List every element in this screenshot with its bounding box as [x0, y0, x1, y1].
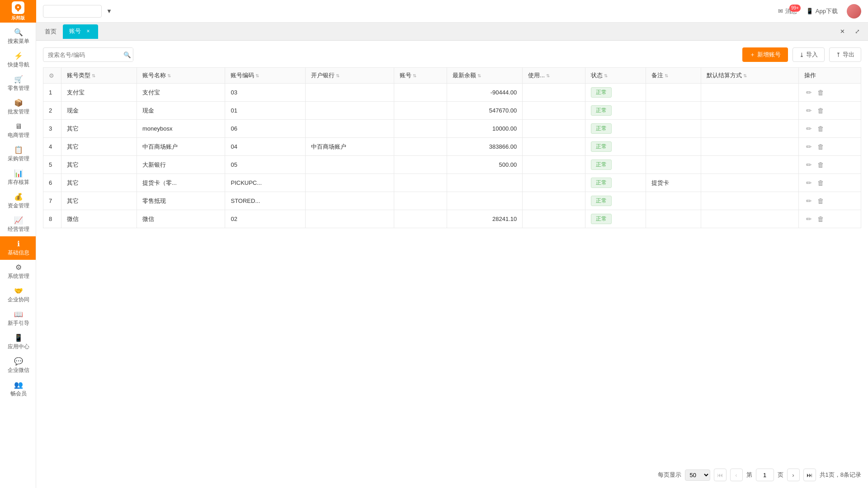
sidebar-item-basic[interactable]: ℹ 基础信息	[0, 236, 36, 260]
edit-btn[interactable]: ✏	[804, 178, 814, 188]
account-search-input[interactable]	[43, 49, 121, 61]
import-button[interactable]: ⤓ 导入	[793, 47, 825, 62]
col-name[interactable]: 账号名称⇅	[137, 68, 225, 84]
sidebar-item-wechat[interactable]: 💬 企业微信	[0, 354, 36, 377]
tab-account[interactable]: 账号 ×	[63, 24, 98, 39]
delete-btn[interactable]: 🗑	[816, 106, 826, 115]
col-usage[interactable]: 使用...⇅	[523, 68, 585, 84]
page-next-btn[interactable]: ›	[787, 469, 800, 481]
cell-action: ✏ 🗑	[799, 102, 861, 120]
cell-account	[394, 120, 447, 138]
delete-btn[interactable]: 🗑	[816, 142, 826, 151]
col-balance[interactable]: 最新余额⇅	[447, 68, 523, 84]
edit-btn[interactable]: ✏	[804, 88, 814, 98]
cell-status: 正常	[585, 138, 646, 156]
sidebar-item-agreement[interactable]: 🤝 企业协同	[0, 283, 36, 307]
page-total-label: 共1页，8条记录	[820, 471, 861, 479]
tab-home[interactable]: 首页	[38, 24, 63, 39]
tab-account-label: 账号	[69, 27, 81, 35]
edit-btn[interactable]: ✏	[804, 124, 814, 134]
message-action[interactable]: ✉ 消息 99+	[778, 7, 797, 15]
page-input[interactable]	[756, 469, 774, 481]
table-row: 8 微信 微信 02 28241.10 正常 ✏ 🗑	[43, 210, 861, 228]
sidebar-item-member[interactable]: 👥 畅会员	[0, 377, 36, 401]
sidebar-item-finance-label: 资金管理	[8, 202, 29, 210]
delete-btn[interactable]: 🗑	[816, 178, 826, 188]
cell-action: ✏ 🗑	[799, 84, 861, 102]
col-remark[interactable]: 备注⇅	[646, 68, 701, 84]
cell-action: ✏ 🗑	[799, 156, 861, 174]
edit-btn[interactable]: ✏	[804, 160, 814, 170]
table-row: 3 其它 moneybosx 06 10000.00 正常 ✏ 🗑	[43, 120, 861, 138]
col-account[interactable]: 账号⇅	[394, 68, 447, 84]
export-button[interactable]: ⤒ 导出	[829, 47, 861, 62]
page-first-btn[interactable]: ⏮	[714, 469, 726, 481]
delete-btn[interactable]: 🗑	[816, 88, 826, 97]
page-last-btn[interactable]: ⏭	[803, 469, 816, 481]
sidebar-item-guide[interactable]: 📖 新手引导	[0, 307, 36, 330]
sidebar-item-search-label: 搜索菜单	[8, 38, 29, 45]
cell-status: 正常	[585, 174, 646, 192]
per-page-select[interactable]: 50 20 100	[685, 469, 710, 481]
delete-btn[interactable]: 🗑	[816, 160, 826, 169]
sidebar-item-shortcut[interactable]: ⚡ 快捷导航	[0, 48, 36, 72]
sidebar-item-inventory[interactable]: 📊 库存核算	[0, 166, 36, 189]
pagination: 每页显示 50 20 100 ⏮ ‹ 第 页 › ⏭ 共1页，8条记录	[43, 463, 861, 481]
sidebar-item-wechat-label: 企业微信	[8, 366, 29, 374]
col-status[interactable]: 状态⇅	[585, 68, 646, 84]
col-settlement[interactable]: 默认结算方式⇅	[701, 68, 798, 84]
table-row: 5 其它 大新银行 05 500.00 正常 ✏ 🗑	[43, 156, 861, 174]
top-search-input[interactable]	[43, 5, 102, 18]
search-button[interactable]: 🔍	[121, 48, 133, 61]
col-type[interactable]: 账号类型⇅	[61, 68, 137, 84]
sidebar-item-inventory-label: 库存核算	[8, 178, 29, 186]
col-code[interactable]: 账号编码⇅	[225, 68, 306, 84]
delete-btn[interactable]: 🗑	[816, 214, 826, 224]
sidebar-item-search[interactable]: 🔍 搜索菜单	[0, 25, 36, 48]
purchase-icon: 📋	[14, 145, 23, 154]
cell-usage	[523, 192, 585, 210]
app-download-action[interactable]: 📱 App下载	[806, 7, 838, 15]
tab-account-close[interactable]: ×	[85, 28, 92, 35]
col-settings[interactable]: ⚙	[43, 68, 61, 84]
sidebar-item-app-center[interactable]: 📱 应用中心	[0, 330, 36, 354]
add-account-label: 新增账号	[757, 51, 781, 59]
cell-settlement	[701, 192, 798, 210]
cell-code: PICKUPC...	[225, 174, 306, 192]
cell-id: 4	[43, 138, 61, 156]
delete-btn[interactable]: 🗑	[816, 196, 826, 206]
shortcut-icon: ⚡	[14, 52, 23, 60]
cell-code: 05	[225, 156, 306, 174]
add-account-button[interactable]: ＋ 新增账号	[742, 47, 788, 62]
user-avatar[interactable]	[847, 4, 861, 19]
message-icon: ✉	[778, 8, 783, 14]
sidebar-item-ecommerce[interactable]: 🖥 电商管理	[0, 119, 36, 142]
tab-fullscreen-btn[interactable]: ⤢	[851, 25, 863, 38]
system-icon: ⚙	[15, 263, 22, 272]
sidebar-item-purchase[interactable]: 📋 采购管理	[0, 142, 36, 166]
sidebar-item-wholesale-label: 批发管理	[8, 108, 29, 116]
sidebar-item-finance[interactable]: 💰 资金管理	[0, 189, 36, 213]
edit-btn[interactable]: ✏	[804, 142, 814, 152]
col-bank[interactable]: 开户银行⇅	[306, 68, 394, 84]
tab-close-btn[interactable]: ✕	[836, 25, 849, 38]
cell-status: 正常	[585, 192, 646, 210]
sidebar-item-system[interactable]: ⚙ 系统管理	[0, 260, 36, 283]
edit-btn[interactable]: ✏	[804, 196, 814, 206]
cell-status: 正常	[585, 210, 646, 228]
page-prev-btn[interactable]: ‹	[730, 469, 743, 481]
edit-btn[interactable]: ✏	[804, 106, 814, 116]
sidebar-item-wholesale[interactable]: 📦 批发管理	[0, 95, 36, 119]
header-dropdown[interactable]: ▼	[106, 8, 112, 14]
delete-btn[interactable]: 🗑	[816, 124, 826, 133]
import-icon: ⤓	[799, 52, 804, 58]
cell-name: 零售抵现	[137, 192, 225, 210]
edit-btn[interactable]: ✏	[804, 214, 814, 224]
cell-bank	[306, 210, 394, 228]
sidebar-item-operations[interactable]: 📈 经营管理	[0, 213, 36, 236]
sidebar-item-ecommerce-label: 电商管理	[8, 131, 29, 139]
sidebar-item-retail[interactable]: 🛒 零售管理	[0, 72, 36, 95]
cell-usage	[523, 138, 585, 156]
cell-action: ✏ 🗑	[799, 192, 861, 210]
cell-type: 现金	[61, 102, 137, 120]
